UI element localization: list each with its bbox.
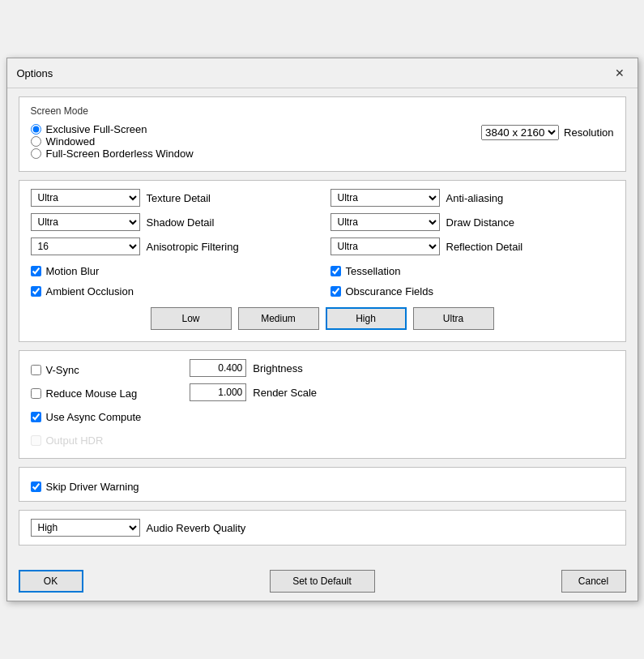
tessellation-checkbox[interactable] xyxy=(331,266,341,276)
motion-blur-label: Motion Blur xyxy=(46,265,100,277)
mouselag-row: Reduce Mouse Lag xyxy=(31,387,142,400)
screen-mode-section: Screen Mode Exclusive Full-Screen Window… xyxy=(19,96,626,172)
draw-distance-select[interactable]: LowMediumHighUltra xyxy=(331,213,440,231)
aniso-label: Anisotropic Filtering xyxy=(147,241,239,253)
options-dialog: Options ✕ Screen Mode Exclusive Full-Scr… xyxy=(6,58,638,601)
resolution-area: 3840 x 2160 2560 x 1440 1920 x 1080 1280… xyxy=(481,123,613,140)
antialiasing-label: Anti-aliasing xyxy=(446,192,504,204)
radio-exclusive: Exclusive Full-Screen xyxy=(31,123,466,135)
tessellation-label: Tessellation xyxy=(346,265,401,277)
tessellation-row: Tessellation xyxy=(331,265,614,277)
render-scale-input[interactable] xyxy=(190,383,246,401)
close-button[interactable]: ✕ xyxy=(612,65,628,81)
obscurance-checkbox[interactable] xyxy=(331,286,341,297)
title-bar: Options ✕ xyxy=(7,58,638,88)
set-default-button[interactable]: Set to Default xyxy=(270,570,375,593)
misc-section: V-Sync Reduce Mouse Lag Use Async Comput… xyxy=(19,350,626,459)
reflection-select[interactable]: LowMediumHighUltra xyxy=(331,237,440,255)
preset-medium-button[interactable]: Medium xyxy=(238,307,319,330)
motion-blur-row: Motion Blur xyxy=(31,265,314,277)
brightness-label: Brightness xyxy=(253,362,302,374)
preset-low-button[interactable]: Low xyxy=(151,307,232,330)
async-checkbox[interactable] xyxy=(31,412,41,422)
screen-mode-label: Screen Mode xyxy=(31,105,614,117)
radio-windowed: Windowed xyxy=(31,135,466,148)
vsync-label: V-Sync xyxy=(46,364,79,376)
footer-buttons: OK Set to Default Cancel xyxy=(7,565,638,601)
audio-reverb-label: Audio Reverb Quality xyxy=(147,522,246,534)
texture-detail-label: Texture Detail xyxy=(147,192,211,204)
audio-section: Low Medium High Ultra Audio Reverb Quali… xyxy=(19,510,626,546)
skip-section: Skip Driver Warning xyxy=(19,467,626,502)
radio-exclusive-input[interactable] xyxy=(31,124,41,135)
hdr-checkbox xyxy=(31,435,41,446)
radio-borderless-input[interactable] xyxy=(31,148,41,159)
misc-inputs: Brightness Render Scale xyxy=(190,359,317,401)
reflection-label: Reflection Detail xyxy=(446,241,523,253)
screen-mode-inner: Exclusive Full-Screen Windowed Full-Scre… xyxy=(31,123,614,160)
graphics-dropdowns-grid: LowMediumHighUltra Texture Detail OffLow… xyxy=(31,189,614,255)
radio-borderless-label: Full-Screen Borderless Window xyxy=(46,148,194,160)
radio-windowed-label: Windowed xyxy=(46,135,96,148)
preset-buttons: Low Medium High Ultra xyxy=(31,307,614,330)
hdr-label: Output HDR xyxy=(46,434,104,447)
antialiasing-select[interactable]: OffLowMediumHighUltra xyxy=(331,189,440,207)
ok-button[interactable]: OK xyxy=(19,570,83,593)
draw-distance-row: LowMediumHighUltra Draw Distance xyxy=(331,213,614,231)
mouselag-checkbox[interactable] xyxy=(31,388,41,399)
texture-detail-row: LowMediumHighUltra Texture Detail xyxy=(31,189,314,207)
draw-distance-label: Draw Distance xyxy=(446,216,515,229)
preset-high-button[interactable]: High xyxy=(326,307,407,330)
hdr-row: Output HDR xyxy=(31,434,142,447)
screen-mode-radios: Exclusive Full-Screen Windowed Full-Scre… xyxy=(31,123,466,160)
radio-exclusive-label: Exclusive Full-Screen xyxy=(46,123,147,135)
skip-warning-checkbox[interactable] xyxy=(31,481,41,492)
ambient-occlusion-label: Ambient Occlusion xyxy=(46,285,134,297)
preset-ultra-button[interactable]: Ultra xyxy=(413,307,494,330)
vsync-row: V-Sync xyxy=(31,364,142,376)
audio-reverb-select[interactable]: Low Medium High Ultra xyxy=(31,519,140,537)
radio-windowed-input[interactable] xyxy=(31,136,41,147)
brightness-input[interactable] xyxy=(190,359,246,377)
resolution-label: Resolution xyxy=(564,126,613,139)
obscurance-row: Obscurance Fields xyxy=(331,285,614,297)
aniso-row: 124816 Anisotropic Filtering xyxy=(31,237,314,255)
ambient-occlusion-row: Ambient Occlusion xyxy=(31,285,314,297)
async-label: Use Async Compute xyxy=(46,411,142,423)
misc-checkboxes: V-Sync Reduce Mouse Lag Use Async Comput… xyxy=(31,359,142,447)
radio-borderless: Full-Screen Borderless Window xyxy=(31,148,466,160)
dialog-title: Options xyxy=(17,67,53,79)
brightness-row: Brightness xyxy=(190,359,317,377)
antialiasing-row: OffLowMediumHighUltra Anti-aliasing xyxy=(331,189,614,207)
dialog-body: Screen Mode Exclusive Full-Screen Window… xyxy=(7,88,638,565)
texture-detail-select[interactable]: LowMediumHighUltra xyxy=(31,189,140,207)
render-scale-row: Render Scale xyxy=(190,383,317,401)
mouselag-label: Reduce Mouse Lag xyxy=(46,387,138,400)
ambient-occlusion-checkbox[interactable] xyxy=(31,286,41,297)
shadow-detail-row: LowMediumHighUltra Shadow Detail xyxy=(31,213,314,231)
aniso-select[interactable]: 124816 xyxy=(31,237,140,255)
audio-row: Low Medium High Ultra Audio Reverb Quali… xyxy=(31,519,614,537)
resolution-select[interactable]: 3840 x 2160 2560 x 1440 1920 x 1080 1280… xyxy=(481,125,559,140)
shadow-detail-select[interactable]: LowMediumHighUltra xyxy=(31,213,140,231)
motion-blur-checkbox[interactable] xyxy=(31,266,41,276)
graphics-section: LowMediumHighUltra Texture Detail OffLow… xyxy=(19,180,626,342)
skip-warning-label: Skip Driver Warning xyxy=(46,481,139,493)
misc-inner: V-Sync Reduce Mouse Lag Use Async Comput… xyxy=(31,359,614,447)
graphics-checkboxes: Motion Blur Tessellation Ambient Occlusi… xyxy=(31,260,614,297)
reflection-row: LowMediumHighUltra Reflection Detail xyxy=(331,237,614,255)
async-row: Use Async Compute xyxy=(31,411,142,423)
vsync-checkbox[interactable] xyxy=(31,365,41,375)
cancel-button[interactable]: Cancel xyxy=(561,570,626,593)
obscurance-label: Obscurance Fields xyxy=(346,285,433,297)
render-scale-label: Render Scale xyxy=(253,387,317,399)
shadow-detail-label: Shadow Detail xyxy=(147,216,215,229)
skip-warning-row: Skip Driver Warning xyxy=(31,481,614,493)
